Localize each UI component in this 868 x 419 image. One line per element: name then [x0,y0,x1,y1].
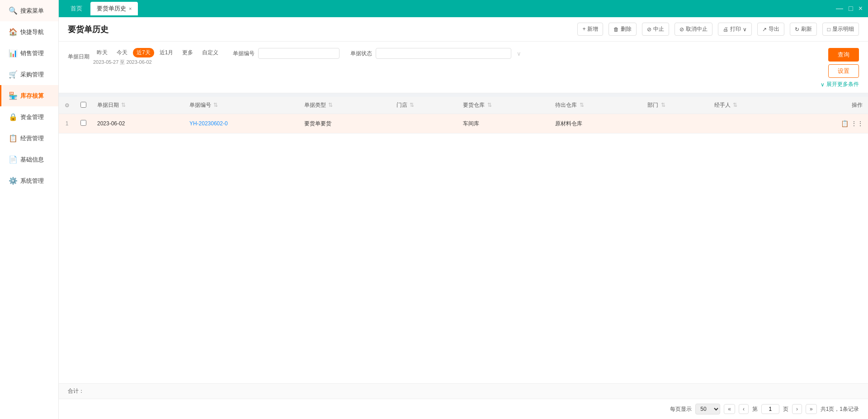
sort-number-icon[interactable]: ⇅ [213,102,218,108]
edit-icon[interactable]: 📋 [840,118,850,129]
delete-button[interactable]: 🗑 删除 [609,23,637,36]
export-icon: ↗ [762,26,767,33]
th-type: 单据类型 ⇅ [299,97,391,114]
cell-number: YH-20230602-0 [184,114,299,133]
show-detail-button[interactable]: □ 显示明细 [822,23,859,36]
search-icon: 🔍 [9,6,17,15]
export-button[interactable]: ↗ 导出 [757,23,784,36]
sidebar: 🔍 搜索菜单 🏠 快捷导航 📊 销售管理 🛒 采购管理 🏪 库存核算 🔒 资金管… [0,0,59,419]
tab-requisition-history[interactable]: 要货单历史 × [90,2,138,15]
cell-type: 要货单要货 [299,114,391,133]
page-number-input[interactable] [761,404,779,414]
cancel-suspend-label: 取消中止 [686,25,708,33]
chevron-down-icon: ∨ [821,81,825,88]
refresh-label: 刷新 [801,25,812,33]
expand-more-button[interactable]: ∨ 展开更多条件 [821,81,859,88]
summary-label: 合计： [68,388,84,394]
sidebar-item-system[interactable]: ⚙️ 系统管理 [0,170,58,191]
date-btn-more[interactable]: 更多 [179,48,197,57]
settings-icon[interactable]: ⚙ [65,102,70,109]
sort-department-icon[interactable]: ⇅ [661,102,665,108]
date-btn-last1month[interactable]: 近1月 [156,48,177,57]
row-checkbox[interactable] [80,120,86,126]
sidebar-item-sales[interactable]: 📊 销售管理 [0,43,58,64]
date-range-display: 2023-05-27 至 2023-06-02 [93,59,222,66]
query-button[interactable]: 查询 [828,48,859,62]
date-btn-today[interactable]: 今天 [113,48,131,57]
table-footer: 合计： [59,383,868,399]
sidebar-item-quicknav[interactable]: 🏠 快捷导航 [0,21,58,43]
bill-number-input[interactable] [258,48,340,59]
cancel-suspend-button[interactable]: ⊘ 取消中止 [675,23,712,36]
cell-handler [709,114,788,133]
sort-pending-warehouse-icon[interactable]: ⇅ [580,102,584,108]
sidebar-label-system: 系统管理 [20,177,44,185]
sidebar-item-basicinfo[interactable]: 📄 基础信息 [0,149,58,170]
minimize-icon[interactable]: — [836,5,843,13]
lock-icon: 🔒 [9,113,17,121]
sort-store-icon[interactable]: ⇅ [410,102,414,108]
cell-req-warehouse: 车间库 [458,114,550,133]
sidebar-item-purchase[interactable]: 🛒 采购管理 [0,64,58,85]
page-size-select[interactable]: 50 100 [695,404,720,414]
filter-actions: 查询 设置 [828,48,859,78]
page-title: 要货单历史 [68,24,108,35]
window-close-icon[interactable]: × [859,5,863,13]
new-button[interactable]: + 新增 [577,23,603,36]
tabs-bar: 首页 要货单历史 × — □ × [59,0,868,17]
maximize-icon[interactable]: □ [849,5,853,13]
date-buttons: 昨天 今天 近7天 近1月 更多 自定义 [93,48,222,57]
status-filter-group: 单据状态 ∨ [350,48,817,59]
sidebar-label-inventory: 库存核算 [20,92,44,100]
cart-icon: 🛒 [9,70,17,79]
sidebar-item-search[interactable]: 🔍 搜索菜单 [0,0,58,21]
date-btn-last7days[interactable]: 近7天 [133,48,154,57]
print-dropdown-icon: ∨ [743,26,747,33]
th-number: 单据编号 ⇅ [184,97,299,114]
date-btn-yesterday[interactable]: 昨天 [93,48,111,57]
sort-type-icon[interactable]: ⇅ [328,102,333,108]
pagination: 每页显示 50 100 « ‹ 第 页 › » 共1页，1条记录 [59,399,868,419]
bill-number-link[interactable]: YH-20230602-0 [189,120,228,127]
delete-label: 删除 [621,25,632,33]
sidebar-item-inventory[interactable]: 🏪 库存核算 [0,85,58,106]
sort-req-warehouse-icon[interactable]: ⇅ [487,102,492,108]
delete-icon: 🗑 [613,26,619,33]
first-page-button[interactable]: « [724,404,735,414]
th-department: 部门 ⇅ [642,97,709,114]
table-row: 1 2023-06-02 YH-20230602-0 要货单要货 车间库 原材料… [59,114,868,133]
page-header: 要货单历史 + 新增 🗑 删除 ⊘ 中止 ⊘ 取消中止 🖨 打印 [59,17,868,42]
next-page-button[interactable]: › [792,404,802,414]
detail-icon: □ [827,26,830,33]
prev-page-button[interactable]: ‹ [739,404,749,414]
print-button[interactable]: 🖨 打印 ∨ [718,23,752,36]
th-operations: 操作 [788,97,868,114]
sort-date-icon[interactable]: ⇅ [121,102,126,108]
window-controls: — □ × [836,5,863,13]
sidebar-item-operations[interactable]: 📋 经营管理 [0,128,58,149]
tab-close-icon[interactable]: × [129,6,132,11]
last-page-button[interactable]: » [806,404,817,414]
date-btn-custom[interactable]: 自定义 [198,48,222,57]
document-icon: 📄 [9,155,17,164]
settings-button[interactable]: 设置 [828,64,859,78]
refresh-button[interactable]: ↻ 刷新 [790,23,817,36]
status-label: 单据状态 [350,50,372,57]
home-icon: 🏠 [9,28,17,36]
sidebar-label-search: 搜索菜单 [20,7,44,15]
th-handler-label: 经手人 [714,102,731,108]
th-pending-warehouse: 待出仓库 ⇅ [550,97,642,114]
suspend-icon: ⊘ [647,26,651,33]
th-pending-warehouse-label: 待出仓库 [555,102,577,108]
sort-handler-icon[interactable]: ⇅ [733,102,737,108]
cell-department [642,114,709,133]
suspend-button[interactable]: ⊘ 中止 [642,23,669,36]
more-ops-icon[interactable]: ⋮⋮ [852,118,863,129]
sidebar-item-finance[interactable]: 🔒 资金管理 [0,106,58,128]
status-select[interactable] [376,48,511,59]
filter-area: 单据日期 昨天 今天 近7天 近1月 更多 自定义 2023-05-27 至 2… [59,42,868,93]
tab-home[interactable]: 首页 [64,2,89,15]
page-size-label: 每页显示 [670,405,692,413]
total-info: 共1页，1条记录 [821,405,859,413]
select-all-checkbox[interactable] [80,102,86,108]
